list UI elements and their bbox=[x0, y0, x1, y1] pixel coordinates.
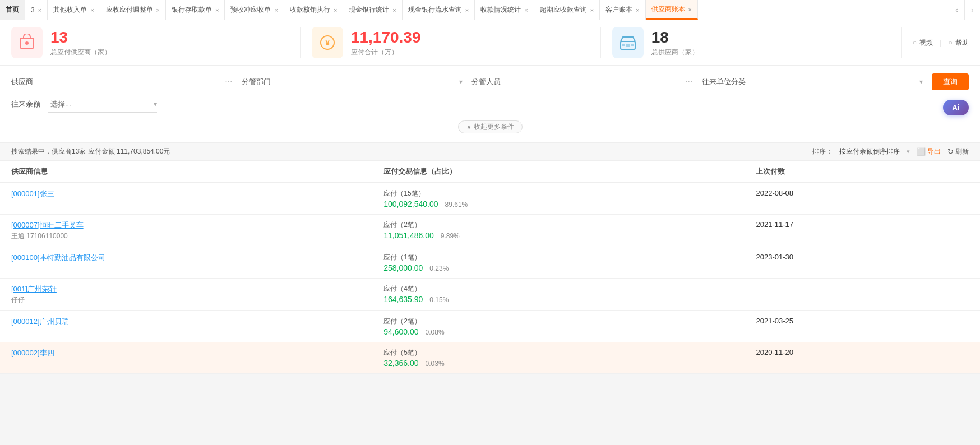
nav-tab-overdue-ar-close[interactable]: × bbox=[590, 7, 594, 13]
nav-tab-receipt-writeoff-close[interactable]: × bbox=[334, 7, 337, 13]
last-pay-date: 2020-11-20 bbox=[745, 342, 980, 374]
payable-label: 应付（2笔） bbox=[383, 317, 733, 326]
balance-input-wrapper: ▾ bbox=[48, 96, 157, 113]
nav-tab-customer-ledger[interactable]: 客户账本 × bbox=[600, 0, 645, 20]
supplier-input-wrapper: ··· bbox=[48, 73, 233, 90]
result-bar-right: 排序： 按应付余额倒序排序 ▾ ⬜ 导出 ↻ 刷新 bbox=[812, 147, 969, 156]
nav-tab-receipt-stat-close[interactable]: × bbox=[524, 7, 528, 13]
nav-tab-customer-ledger-close[interactable]: × bbox=[636, 7, 639, 13]
summary-label-total-vendors: 总供应商（家） bbox=[651, 48, 699, 57]
supplier-name-link[interactable]: [001]广州荣轩 bbox=[11, 284, 361, 294]
nav-tab-cash-bank-flow-close[interactable]: × bbox=[465, 7, 469, 13]
balance-input[interactable] bbox=[48, 100, 154, 108]
ai-button[interactable]: Ai bbox=[943, 100, 969, 115]
nav-tab-receipt-stat-label: 收款情况统计 bbox=[480, 5, 521, 15]
payable-pct: 0.23% bbox=[429, 265, 449, 272]
nav-prev-arrow[interactable]: ‹ bbox=[949, 0, 964, 20]
nav-tab-receipt-stat[interactable]: 收款情况统计 × bbox=[475, 0, 534, 20]
supplier-dots-icon[interactable]: ··· bbox=[225, 77, 232, 87]
video-link[interactable]: ○ 视频 bbox=[913, 38, 933, 48]
last-pay-date: 2023-01-30 bbox=[745, 247, 980, 279]
query-button[interactable]: 查询 bbox=[932, 73, 969, 90]
nav-tab-bank-deposit[interactable]: 银行存取款单 × bbox=[166, 0, 225, 20]
supplier-name-link[interactable]: [000012]广州贝瑞 bbox=[11, 317, 361, 327]
dept-input[interactable] bbox=[279, 77, 460, 86]
summary-content-total-vendors: 18 总供应商（家） bbox=[651, 28, 699, 58]
dept-input-wrapper: ▾ bbox=[279, 73, 463, 90]
supplier-name-link[interactable]: [000100]本特勤油品有限公司 bbox=[11, 253, 361, 263]
collapse-button[interactable]: ∧ 收起更多条件 bbox=[458, 120, 523, 133]
filter-item-person: 分管人员 ··· bbox=[471, 73, 693, 90]
refresh-icon: ↻ bbox=[947, 147, 954, 156]
last-pay-date: 2022-08-08 bbox=[745, 183, 980, 215]
nav-tab-cash-bank-flow[interactable]: 现金银行流水查询 × bbox=[403, 0, 475, 20]
balance-dropdown-icon[interactable]: ▾ bbox=[154, 100, 157, 108]
payable-pct: 0.08% bbox=[426, 328, 445, 336]
payable-amount-link[interactable]: 94,600.00 bbox=[383, 327, 418, 336]
supplier-name-link[interactable]: [000002]李四 bbox=[11, 348, 361, 358]
result-bar: 搜索结果中，供应商13家 应付金额 111,703,854.00元 排序： 按应… bbox=[0, 143, 980, 161]
payable-amount-link[interactable]: 11,051,486.00 bbox=[383, 231, 434, 240]
refresh-button[interactable]: ↻ 刷新 bbox=[947, 147, 969, 156]
nav-tab-advance-receipt[interactable]: 预收冲应收单 × bbox=[225, 0, 284, 20]
nav-tab-3-close[interactable]: × bbox=[38, 7, 41, 13]
nav-tab-overdue-ar[interactable]: 超期应收款查询 × bbox=[534, 0, 600, 20]
supplier-sub-info: 仔仔 bbox=[11, 295, 361, 305]
summary-content-total-payable: 11,170.39 应付合计（万） bbox=[351, 28, 421, 58]
svg-rect-6 bbox=[622, 44, 625, 46]
summary-item-total-payable: ¥ 11,170.39 应付合计（万） bbox=[301, 27, 601, 58]
dept-dropdown-icon[interactable]: ▾ bbox=[459, 78, 463, 86]
svg-point-1 bbox=[25, 41, 29, 45]
payable-amount-link[interactable]: 164,635.90 bbox=[383, 295, 423, 304]
nav-tab-cash-bank-stat-close[interactable]: × bbox=[392, 7, 396, 13]
summary-right-actions: ○ 视频 | ○ 帮助 bbox=[902, 27, 969, 58]
summary-label-total-payable: 应付合计（万） bbox=[351, 48, 421, 57]
payable-label: 应付（4笔） bbox=[383, 284, 733, 294]
export-button[interactable]: ⬜ 导出 bbox=[917, 147, 941, 156]
category-input-wrapper: ▾ bbox=[749, 73, 923, 90]
nav-next-arrow[interactable]: › bbox=[964, 0, 980, 20]
sort-value[interactable]: 按应付余额倒序排序 bbox=[839, 147, 900, 156]
payable-pct: 0.03% bbox=[426, 360, 445, 368]
summary-number-total-payable: 11,170.39 bbox=[351, 28, 421, 47]
nav-tab-overdue-ar-label: 超期应收款查询 bbox=[540, 5, 587, 15]
nav-tab-3[interactable]: 3 × bbox=[25, 0, 48, 20]
help-link[interactable]: ○ 帮助 bbox=[948, 38, 969, 48]
collapse-arrow-icon: ∧ bbox=[466, 123, 471, 131]
nav-tab-other-income[interactable]: 其他收入单 × bbox=[48, 0, 100, 20]
nav-tab-ar-ap-adjust[interactable]: 应收应付调整单 × bbox=[100, 0, 166, 20]
summary-item-total-vendors: 18 总供应商（家） bbox=[601, 27, 902, 58]
nav-tab-vendor-ledger-close[interactable]: × bbox=[688, 6, 692, 13]
payable-label: 应付（1笔） bbox=[383, 253, 733, 262]
balance-filter-label: 往来余额 bbox=[11, 99, 45, 109]
nav-tab-home[interactable]: 首页 bbox=[0, 0, 25, 20]
category-dropdown-icon[interactable]: ▾ bbox=[919, 78, 923, 86]
payable-amount-link[interactable]: 100,092,540.00 bbox=[383, 200, 438, 208]
summary-bar: 13 总应付供应商（家） ¥ 11,170.39 应付合计（万） bbox=[0, 20, 980, 66]
total-payable-icon: ¥ bbox=[312, 27, 343, 58]
category-input[interactable] bbox=[749, 77, 920, 86]
table-row: [000100]本特勤油品有限公司应付（1笔）258,000.000.23%20… bbox=[0, 247, 980, 279]
summary-content-vendors-payable: 13 总应付供应商（家） bbox=[50, 28, 111, 58]
nav-tab-bank-deposit-label: 银行存取款单 bbox=[172, 5, 212, 15]
last-pay-date: 2021-11-17 bbox=[745, 215, 980, 247]
nav-tab-other-income-close[interactable]: × bbox=[90, 7, 94, 13]
svg-rect-5 bbox=[626, 44, 630, 47]
person-input[interactable] bbox=[509, 77, 684, 86]
supplier-name-link[interactable]: [000001]张三 bbox=[11, 189, 361, 199]
nav-tab-cash-bank-flow-label: 现金银行流水查询 bbox=[408, 5, 462, 15]
nav-tab-ar-ap-adjust-close[interactable]: × bbox=[156, 7, 160, 13]
nav-tab-bank-deposit-close[interactable]: × bbox=[215, 7, 219, 13]
nav-tab-vendor-ledger[interactable]: 供应商账本 × bbox=[646, 0, 698, 20]
supplier-input[interactable] bbox=[48, 77, 224, 86]
sort-arrow-icon[interactable]: ▾ bbox=[907, 148, 910, 155]
nav-tab-advance-receipt-close[interactable]: × bbox=[274, 7, 278, 13]
supplier-name-link[interactable]: [000007]恒旺二手叉车 bbox=[11, 220, 361, 230]
nav-tab-cash-bank-stat[interactable]: 现金银行统计 × bbox=[343, 0, 402, 20]
nav-tab-receipt-writeoff[interactable]: 收款核销执行 × bbox=[284, 0, 343, 20]
person-dots-icon[interactable]: ··· bbox=[685, 77, 692, 87]
sort-label: 排序： bbox=[812, 147, 833, 156]
nav-tab-vendor-ledger-label: 供应商账本 bbox=[651, 4, 685, 14]
payable-amount-link[interactable]: 258,000.00 bbox=[383, 263, 423, 272]
payable-amount-link[interactable]: 32,366.00 bbox=[383, 359, 418, 368]
